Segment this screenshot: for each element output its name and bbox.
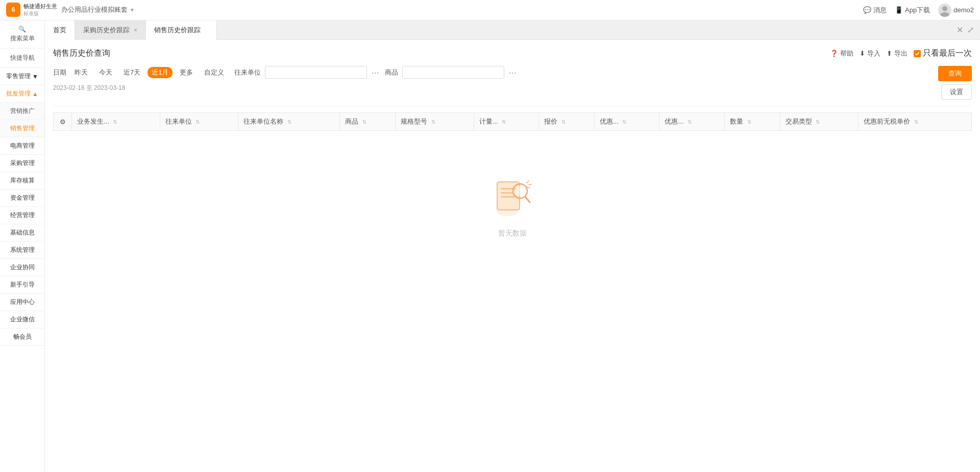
svg-rect-3 (497, 182, 520, 210)
sidebar: 🔍 搜索菜单 快捷导航 零售管理 ▼ 批发管理 ▲ 营销推广 销售管理 电商管理… (0, 20, 45, 472)
sidebar-item-system[interactable]: 系统管理 (0, 242, 44, 259)
date-custom[interactable]: 自定义 (200, 67, 228, 78)
help-button[interactable]: ❓ 帮助 (830, 49, 853, 58)
sidebar-item-purchase[interactable]: 采购管理 (0, 155, 44, 172)
sort-icon: ⇅ (688, 119, 692, 125)
tab-sales-history[interactable]: 销售历史价跟踪 × (146, 20, 217, 40)
user-menu[interactable]: demo2 (938, 4, 974, 17)
svg-line-10 (525, 197, 530, 202)
import-button[interactable]: ⬇ 导入 (860, 49, 880, 58)
table-col-qty[interactable]: 数量 ⇅ (724, 113, 780, 131)
import-icon: ⬇ (860, 50, 865, 57)
sort-icon: ⇅ (747, 119, 751, 125)
goods-input[interactable] (402, 66, 504, 79)
sidebar-item-member[interactable]: 畅会员 (0, 328, 44, 346)
sort-icon: ⇅ (431, 119, 435, 125)
sidebar-item-search[interactable]: 🔍 搜索菜单 (0, 20, 44, 49)
settings-button[interactable]: 设置 (941, 84, 972, 100)
sidebar-item-retail[interactable]: 零售管理 ▼ (0, 68, 44, 85)
svg-rect-6 (501, 192, 513, 194)
sidebar-item-basic-info[interactable]: 基础信息 (0, 224, 44, 242)
data-table: ⚙ 业务发生... ⇅ 往来单位 ⇅ 往来单位名称 (53, 112, 972, 131)
sidebar-item-wholesale[interactable]: 批发管理 ▲ (0, 85, 44, 103)
page-title: 销售历史价查询 (53, 48, 110, 59)
sidebar-item-operation[interactable]: 经营管理 (0, 207, 44, 224)
message-icon: 💬 (863, 6, 871, 14)
sidebar-item-ecommerce[interactable]: 电商管理 (0, 137, 44, 155)
tab-sales-history-close[interactable]: × (205, 27, 208, 33)
tab-purchase-history-close[interactable]: × (134, 27, 137, 33)
help-icon: ❓ (830, 50, 838, 57)
logo-icon: 6 (6, 3, 20, 17)
goods-dots[interactable]: ··· (508, 68, 516, 77)
filter-date-group: 日期 昨天 今天 近7天 近1月 更多 自定义 (53, 67, 228, 78)
filter-main: 日期 昨天 今天 近7天 近1月 更多 自定义 往来单位 (53, 66, 517, 92)
tab-purchase-history[interactable]: 采购历史价跟踪 × (75, 20, 146, 40)
table-col-discount2[interactable]: 优惠... ⇅ (659, 113, 725, 131)
table-col-spec[interactable]: 规格型号 ⇅ (396, 113, 474, 131)
tab-fullscreen-button[interactable]: ⤢ (967, 25, 974, 35)
sidebar-item-guide[interactable]: 新手引导 (0, 276, 44, 294)
sidebar-item-quick-nav[interactable]: 快捷导航 (0, 49, 44, 68)
table-header-row: ⚙ 业务发生... ⇅ 往来单位 ⇅ 往来单位名称 (54, 113, 972, 131)
sort-icon: ⇅ (561, 119, 566, 125)
sidebar-item-app-center[interactable]: 应用中心 (0, 294, 44, 311)
table-col-partner-code[interactable]: 往来单位 ⇅ (160, 113, 238, 131)
date-yesterday[interactable]: 昨天 (70, 67, 92, 78)
filter-goods-group: 商品 ··· (385, 66, 516, 79)
svg-point-9 (515, 186, 525, 196)
sidebar-item-finance[interactable]: 资金管理 (0, 190, 44, 207)
table-col-price[interactable]: 报价 ⇅ (539, 113, 595, 131)
table-col-unit[interactable]: 计量... ⇅ (474, 113, 539, 131)
svg-line-11 (527, 181, 529, 183)
filter-row2: 2023-02-18 至 2023-03-18 (53, 83, 517, 92)
workspace-selector[interactable]: 办公用品行业模拟账套 ▼ (61, 5, 135, 14)
app-download-button[interactable]: 📱 App下载 (895, 6, 930, 15)
date-more[interactable]: 更多 (176, 67, 197, 78)
empty-illustration (487, 172, 538, 223)
table-wrapper: ⚙ 业务发生... ⇅ 往来单位 ⇅ 往来单位名称 (53, 112, 972, 279)
table-col-gear[interactable]: ⚙ (54, 113, 72, 131)
tab-close-all-button[interactable]: ✕ (957, 25, 963, 35)
query-button[interactable]: 查询 (938, 66, 972, 81)
table-col-discount1[interactable]: 优惠... ⇅ (594, 113, 659, 131)
table-col-goods[interactable]: 商品 ⇅ (340, 113, 396, 131)
date-today[interactable]: 今天 (95, 67, 116, 78)
table-col-biz-date[interactable]: 业务发生... ⇅ (72, 113, 160, 131)
tab-bar-actions: ✕ ⤢ (957, 25, 980, 35)
sidebar-item-enterprise[interactable]: 企业协同 (0, 259, 44, 276)
svg-line-13 (527, 187, 530, 188)
svg-point-0 (942, 6, 947, 11)
table-col-partner-name[interactable]: 往来单位名称 ⇅ (238, 113, 340, 131)
sidebar-item-wechat[interactable]: 企业微信 (0, 311, 44, 328)
only-last-checkbox[interactable] (914, 50, 921, 57)
page-content: 销售历史价查询 ❓ 帮助 ⬇ 导入 ⬆ 导出 (45, 40, 980, 472)
date-1month[interactable]: 近1月 (148, 67, 173, 78)
sidebar-item-inventory[interactable]: 库存核算 (0, 172, 44, 190)
logo-text: 畅捷通好生意 标准版 (23, 3, 57, 17)
sidebar-item-marketing[interactable]: 营销推广 (0, 103, 44, 120)
svg-rect-7 (501, 196, 515, 198)
sort-icon: ⇅ (287, 119, 291, 125)
content-area: 首页 采购历史价跟踪 × 销售历史价跟踪 × ✕ ⤢ 销售历史价查询 (45, 20, 980, 472)
export-icon: ⬆ (887, 50, 892, 57)
search-icon: 🔍 (18, 26, 26, 33)
table-col-pretax-price[interactable]: 优惠前无税单价 ⇅ (859, 113, 972, 131)
chevron-up-icon: ▲ (32, 90, 38, 98)
sort-icon: ⇅ (195, 119, 200, 125)
table-col-trade-type[interactable]: 交易类型 ⇅ (780, 113, 859, 131)
top-bar-left: 6 畅捷通好生意 标准版 办公用品行业模拟账套 ▼ (6, 3, 135, 17)
from-unit-dots[interactable]: ··· (371, 68, 379, 77)
export-button[interactable]: ⬆ 导出 (887, 49, 908, 58)
sort-icon: ⇅ (816, 119, 820, 125)
message-button[interactable]: 💬 消息 (863, 6, 887, 15)
from-unit-input[interactable] (265, 66, 367, 79)
sort-icon: ⇅ (362, 119, 366, 125)
date-7days[interactable]: 近7天 (119, 67, 144, 78)
only-last-checkbox-area[interactable]: 只看最后一次 (914, 48, 972, 59)
top-bar-right: 💬 消息 📱 App下载 demo2 (863, 4, 974, 17)
filter-row1: 日期 昨天 今天 近7天 近1月 更多 自定义 往来单位 (53, 66, 517, 79)
empty-text: 暂无数据 (498, 229, 527, 238)
sidebar-item-sales[interactable]: 销售管理 (0, 120, 44, 137)
tab-home[interactable]: 首页 (45, 20, 75, 40)
